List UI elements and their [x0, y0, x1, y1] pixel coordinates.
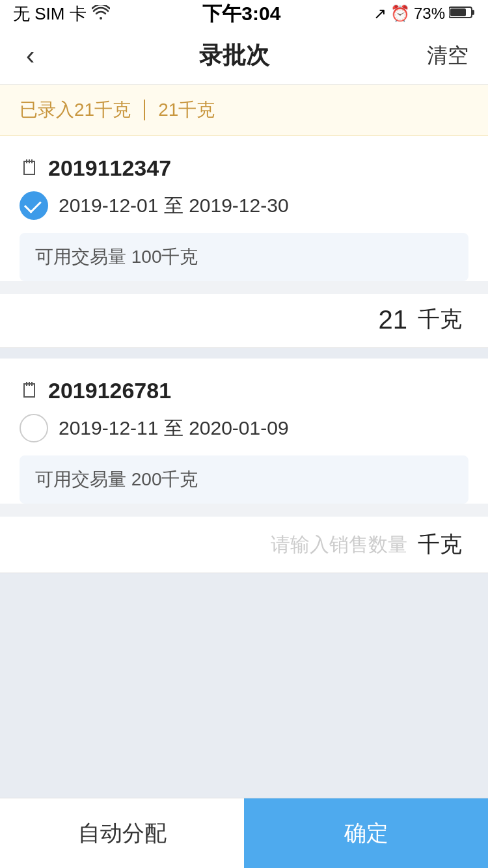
quantity-value-1: 21	[379, 305, 408, 334]
battery-label: 73%	[414, 5, 445, 23]
batch-card-2: 🗒 2019126781 2019-12-11 至 2020-01-09 可用交…	[0, 359, 488, 504]
batch-doc-icon-2: 🗒	[20, 379, 40, 403]
status-left: 无 SIM 卡	[13, 3, 110, 25]
quantity-input-2[interactable]	[20, 534, 407, 556]
batch-id-1: 2019112347	[48, 156, 171, 181]
batch-date-2: 2019-12-11 至 2020-01-09	[59, 415, 289, 442]
batch-header-1: 🗒 2019112347	[20, 156, 468, 181]
batch-availability-1: 可用交易量 100千克	[20, 233, 468, 281]
batch-availability-2: 可用交易量 200千克	[20, 455, 468, 504]
batch-doc-icon-1: 🗒	[20, 156, 40, 180]
back-button[interactable]: ‹	[20, 34, 41, 77]
clear-button[interactable]: 清空	[427, 42, 468, 70]
quantity-unit-2: 千克	[418, 530, 462, 560]
quantity-row-2: 千克	[0, 517, 488, 573]
batch-date-1: 2019-12-01 至 2019-12-30	[59, 193, 289, 219]
status-right: ↗ ⏰ 73%	[373, 5, 475, 23]
quantity-unit-1: 千克	[418, 305, 462, 334]
location-icon: ↗	[373, 5, 386, 23]
no-sim-label: 无 SIM 卡	[13, 3, 87, 25]
recorded-label: 已录入21千克	[20, 98, 131, 122]
batch-header-2: 🗒 2019126781	[20, 378, 468, 403]
nav-bar: ‹ 录批次 清空	[0, 27, 488, 85]
time-label: 下午3:04	[202, 1, 280, 27]
batch-row-2[interactable]: 2019-12-11 至 2020-01-09	[20, 414, 468, 442]
info-banner: 已录入21千克 21千克	[0, 85, 488, 136]
confirm-button[interactable]: 确定	[244, 798, 488, 868]
svg-rect-1	[472, 10, 474, 15]
quantity-row-1: 21 千克	[0, 294, 488, 348]
empty-spacer	[0, 573, 488, 834]
batch-card-1: 🗒 2019112347 2019-12-01 至 2019-12-30 可用交…	[0, 136, 488, 281]
wifi-icon	[92, 4, 110, 24]
svg-rect-2	[450, 8, 466, 16]
radio-checked-1[interactable]	[20, 191, 48, 220]
separator-1	[0, 348, 488, 359]
page-title: 录批次	[199, 40, 269, 72]
banner-divider	[144, 100, 145, 120]
auto-distribute-button[interactable]: 自动分配	[0, 798, 244, 868]
batch-row-1[interactable]: 2019-12-01 至 2019-12-30	[20, 191, 468, 220]
bottom-bar: 自动分配 确定	[0, 798, 488, 868]
batch-id-2: 2019126781	[48, 378, 171, 403]
content-area: 🗒 2019112347 2019-12-01 至 2019-12-30 可用交…	[0, 136, 488, 868]
status-bar: 无 SIM 卡 下午3:04 ↗ ⏰ 73%	[0, 0, 488, 27]
alarm-icon: ⏰	[390, 5, 410, 23]
recorded-value: 21千克	[158, 98, 215, 122]
radio-unchecked-2[interactable]	[20, 414, 48, 442]
battery-icon	[449, 5, 475, 23]
